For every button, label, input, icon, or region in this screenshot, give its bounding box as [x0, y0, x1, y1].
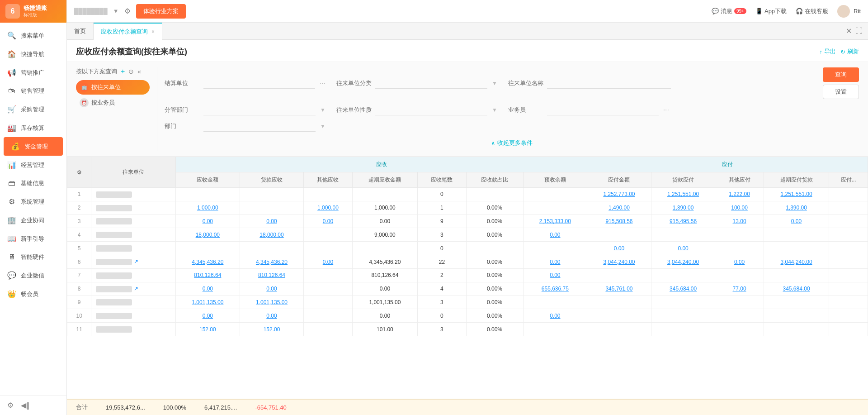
page-header: 应收应付余额查询(按往来单位) ↑ 导出 ↻ 刷新 [67, 40, 868, 62]
filter-salesperson-icon: ⏰ [80, 98, 89, 107]
filter-collapse-left-icon[interactable]: « [137, 68, 141, 75]
col-settings-header[interactable]: ⚙ [67, 157, 91, 188]
filter-category-chevron[interactable]: ▼ [490, 80, 499, 86]
tab-close-button[interactable]: × [151, 29, 155, 35]
col-ar-other[interactable]: 其他应收 [304, 172, 352, 188]
sidebar-item-wechat[interactable]: 💬 企业微信 [0, 266, 66, 285]
app-download-action[interactable]: 📱 App下载 [755, 7, 787, 15]
filter-settlement-input[interactable] [203, 78, 315, 89]
col-ap-amount[interactable]: 应付金额 [587, 172, 651, 188]
basics-icon: 🗃 [7, 179, 16, 187]
col-ap-overdue[interactable]: 超期应付货款 [764, 172, 829, 188]
tab-bar: 首页 应收应付余额查询 × ✕ ⛶ [67, 23, 868, 40]
collapse-icon: ∧ [491, 140, 495, 147]
export-button[interactable]: ↑ 导出 [820, 48, 836, 56]
message-action[interactable]: 💬 消息 99+ [712, 7, 746, 15]
tab-query-label: 应收应付余额查询 [101, 28, 148, 36]
col-ar-ratio[interactable]: 应收款占比 [466, 172, 523, 188]
col-ar-prepaid[interactable]: 预收余额 [523, 172, 587, 188]
inventory-icon: 🏭 [7, 124, 16, 132]
filter-dept-input[interactable] [203, 105, 316, 115]
settings-button[interactable]: 设置 [823, 85, 859, 99]
sidebar-item-inventory[interactable]: 🏭 库存核算 [0, 119, 66, 137]
sidebar-item-search[interactable]: 🔍 搜索菜单 [0, 26, 66, 45]
refresh-button[interactable]: ↻ 刷新 [840, 48, 859, 56]
customer-service-action[interactable]: 🎧 在线客服 [796, 7, 828, 15]
table-footer: 合计 19,553,472,6... 100.00% 6,417,215....… [67, 399, 868, 415]
sidebar-item-member[interactable]: 👑 畅会员 [0, 285, 66, 303]
footer-label: 合计 [76, 403, 88, 411]
filter-salesperson-input[interactable] [547, 105, 659, 115]
partner-cell [91, 309, 176, 323]
tab-close-window-icon[interactable]: ✕ [846, 27, 852, 35]
header-chevron[interactable]: ▼ [113, 8, 119, 14]
sidebar-item-sales[interactable]: 🛍 销售管理 [0, 82, 66, 100]
filter-target-icon[interactable]: ⊙ [128, 68, 134, 75]
col-ar-count[interactable]: 应收笔数 [418, 172, 466, 188]
table-container: ⚙ 往来单位 应收 应付 应收金额 贷款应收 其他应收 超期应收金额 应收笔数 … [67, 157, 868, 399]
header-settings-icon[interactable]: ⚙ [124, 7, 131, 15]
sidebar-nav: 🔍 搜索菜单 🏠 快捷导航 📢 营销推广 🛍 销售管理 🛒 采购管理 🏭 库存核… [0, 23, 66, 395]
user-area[interactable]: Rit [837, 5, 861, 18]
refresh-icon: ↻ [840, 48, 845, 55]
filter-salesperson-dots[interactable]: ··· [661, 106, 671, 114]
filter-salesperson-field-label: 业务员 [508, 106, 544, 114]
filter-scheme-label: 按以下方案查询 [76, 67, 117, 76]
sidebar-item-hardware[interactable]: 🖥 智能硬件 [0, 248, 66, 266]
col-ar-group-header: 应收 [176, 157, 587, 172]
filter-settlement-label: 结算单位 [165, 79, 201, 87]
table-row: 30.000.000.000.0090.00%2,153,333.00915,5… [67, 215, 868, 228]
filter-subdept-label: 部门 [165, 122, 201, 130]
sidebar-item-operations[interactable]: 📊 经营管理 [0, 156, 66, 174]
partner-cell: ↗ [91, 282, 176, 296]
user-avatar [837, 5, 850, 18]
filter-nature-chevron[interactable]: ▼ [490, 107, 499, 113]
sidebar-item-enterprise[interactable]: 🏢 企业协同 [0, 211, 66, 229]
filter-option-salesperson[interactable]: ⏰ 按业务员 [76, 95, 150, 110]
industry-solution-button[interactable]: 体验行业方案 [136, 4, 186, 19]
filter-nature-input[interactable] [375, 105, 487, 115]
tab-maximize-icon[interactable]: ⛶ [855, 27, 863, 35]
col-ap-loan[interactable]: 贷款应付 [651, 172, 715, 188]
service-icon: 🎧 [796, 8, 803, 14]
filter-settlement-dots[interactable]: ··· [318, 79, 327, 87]
partner-cell: ↗ [91, 255, 176, 269]
filter-dept-chevron[interactable]: ▼ [318, 107, 327, 113]
settings-icon[interactable]: ⚙ [7, 401, 14, 410]
collapse-icon[interactable]: ◀‖ [21, 401, 30, 410]
logo-icon: 6 [5, 4, 20, 19]
data-table: ⚙ 往来单位 应收 应付 应收金额 贷款应收 其他应收 超期应收金额 应收笔数 … [67, 157, 868, 336]
col-ar-loan[interactable]: 贷款应收 [240, 172, 304, 188]
col-ap-more[interactable]: 应付... [829, 172, 868, 188]
collapse-label: 收起更多条件 [497, 139, 533, 147]
sidebar-item-marketing[interactable]: 📢 营销推广 [0, 63, 66, 82]
col-ar-amount[interactable]: 应收金额 [176, 172, 240, 188]
sidebar-item-guide[interactable]: 📖 新手引导 [0, 229, 66, 248]
footer-ar-total: 19,553,472,6... [106, 404, 145, 411]
filter-subdept-input[interactable] [203, 121, 316, 132]
sidebar-item-capital[interactable]: 💰 资金管理 [4, 137, 63, 156]
query-button[interactable]: 查询 [823, 67, 859, 82]
guide-icon: 📖 [7, 234, 16, 243]
service-label: 在线客服 [805, 7, 828, 15]
filter-option-partner[interactable]: 🏢 按往来单位 [76, 80, 150, 95]
sidebar-item-quicknav[interactable]: 🏠 快捷导航 [0, 45, 66, 63]
filter-category-input[interactable] [375, 78, 487, 89]
filter-partner-name-input[interactable] [547, 78, 671, 89]
filter-collapse-button[interactable]: ∧ 收起更多条件 [165, 135, 859, 151]
partner-cell [91, 228, 176, 242]
wechat-icon: 💬 [7, 271, 16, 280]
sidebar-item-system[interactable]: ⚙ 系统管理 [0, 192, 66, 211]
filter-subdept-chevron[interactable]: ▼ [318, 123, 327, 129]
page-inner: 应收应付余额查询(按往来单位) ↑ 导出 ↻ 刷新 [67, 40, 868, 415]
tab-home[interactable]: 首页 [67, 23, 94, 40]
col-ar-overdue[interactable]: 超期应收金额 [352, 172, 418, 188]
sidebar-item-basics[interactable]: 🗃 基础信息 [0, 174, 66, 192]
col-ap-other[interactable]: 其他应付 [715, 172, 764, 188]
sidebar-item-purchase[interactable]: 🛒 采购管理 [0, 100, 66, 119]
export-icon: ↑ [820, 48, 823, 55]
filter-add-button[interactable]: + [121, 67, 125, 76]
tab-query[interactable]: 应收应付余额查询 × [94, 23, 162, 40]
filter-dept-label: 分管部门 [165, 106, 201, 114]
table-col-header-row: 应收金额 贷款应收 其他应收 超期应收金额 应收笔数 应收款占比 预收余额 应付… [67, 172, 868, 188]
